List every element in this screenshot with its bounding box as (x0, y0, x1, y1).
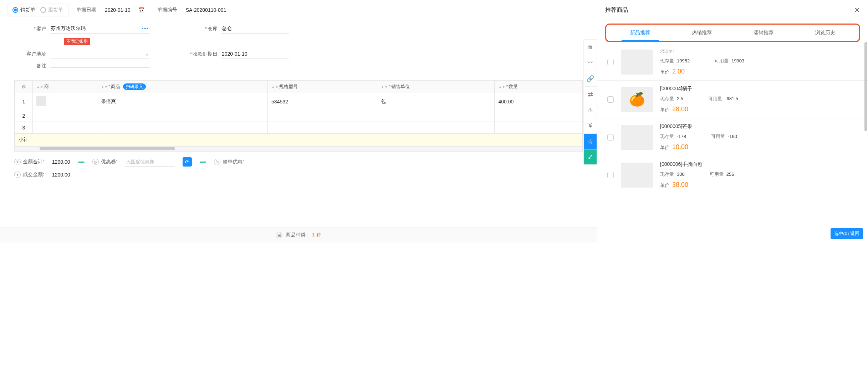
product-name: [0000004]橘子 (660, 86, 858, 92)
box-icon: ▣ (276, 232, 282, 238)
remark-label: 备注 (14, 63, 46, 69)
stock-label: 现存量 (660, 172, 674, 177)
radio-return-label: 退货单 (48, 7, 63, 13)
product-image (621, 50, 653, 75)
product-image (621, 163, 653, 188)
vertical-scrollbar[interactable] (864, 42, 867, 131)
date-value[interactable]: 2020-01-10 (105, 7, 131, 13)
coupon-label: 优惠券: (101, 159, 117, 165)
warn-icon[interactable]: ⚠ (583, 102, 597, 118)
customer-label: 客户 (36, 26, 46, 31)
price-value: 10.00 (672, 143, 688, 150)
checkbox[interactable] (607, 96, 614, 103)
hand-icon: ✦ (14, 172, 21, 178)
calendar-icon[interactable]: 📅 (138, 7, 144, 13)
checkbox[interactable] (607, 59, 614, 65)
col-unit[interactable]: ▲▼*销售单位 (377, 81, 495, 93)
warehouse-field[interactable]: 总仓 (221, 24, 289, 34)
col-qty[interactable]: ▲▼*数量 (495, 81, 582, 93)
chart-icon[interactable]: 〰 (583, 55, 597, 71)
table-row[interactable]: 2 (15, 110, 582, 122)
recommend-tab[interactable]: 新品推荐 (609, 26, 671, 40)
price-value: 2.00 (672, 68, 685, 75)
product-name: [0000005]芒果 (660, 123, 858, 130)
no-label: 单据编号 (157, 7, 177, 13)
remark-field[interactable] (50, 65, 150, 68)
expand-icon[interactable]: ⤢ (583, 149, 597, 165)
discount-icon: % (214, 159, 220, 165)
product-row[interactable]: [0000005]芒果 现存量-178 可用量-190 单价10.00 (597, 118, 868, 156)
coupon-input[interactable]: 无匹配优惠券 (125, 158, 175, 167)
horizontal-scrollbar[interactable] (14, 147, 583, 152)
address-field[interactable]: ⌄ (50, 50, 150, 58)
product-name: 250ml (660, 48, 858, 54)
avail-label: 可用量 (710, 172, 724, 177)
orderdisc-label: 整单优惠: (223, 159, 244, 165)
doc-type-tabs[interactable]: 销货单 退货单 (7, 4, 68, 16)
duedate-label: 收款到期日 (193, 51, 218, 57)
product-image: 🍊 (621, 87, 653, 112)
warehouse-label: 仓库 (208, 26, 218, 31)
table-row[interactable]: 3 (15, 122, 582, 134)
recommend-tab[interactable]: 热销推荐 (671, 26, 732, 40)
kinds-value: 1 种 (312, 232, 321, 237)
col-img[interactable]: ▲▼商 (33, 81, 97, 93)
table-row[interactable]: 1果倍爽534532包400.00 (15, 93, 582, 110)
document-icon[interactable]: 🗎 (583, 39, 597, 55)
avail-value: 19903 (731, 58, 744, 63)
selected-return-button[interactable]: 选中(0) 返回 (831, 228, 863, 239)
product-row[interactable]: 250ml 现存量19952 可用量19903 单价2.00 (597, 44, 868, 81)
star-icon[interactable]: ☆ (583, 133, 597, 149)
duedate-field[interactable]: 2020-01-10 (221, 50, 289, 58)
price-label: 单价 (660, 145, 669, 150)
price-label: 单价 (660, 107, 669, 112)
fixed-period-tag: 不固定账期 (64, 38, 90, 45)
radio-sale[interactable]: 销货单 (12, 7, 35, 13)
exchange-icon[interactable]: ⇄ (583, 86, 597, 102)
refresh-button[interactable]: ⟳ (183, 157, 192, 167)
subtotal-label: 小计 (15, 134, 582, 146)
avail-value: -681.5 (725, 96, 738, 101)
warehouse-value: 总仓 (222, 25, 232, 32)
col-spec[interactable]: ▲▼规格型号 (268, 81, 377, 93)
col-name[interactable]: ▲▼*商品扫码录入 (97, 81, 268, 93)
date-label: 单据日期 (76, 7, 96, 13)
stock-value: 2.5 (677, 96, 683, 101)
checkbox[interactable] (607, 172, 614, 178)
more-icon[interactable]: ••• (142, 26, 149, 31)
avail-label: 可用量 (715, 58, 729, 63)
stock-value: -178 (677, 134, 686, 139)
customer-field[interactable]: 苏州万达沃尔玛 ••• (50, 24, 150, 34)
customer-value: 苏州万达沃尔玛 (51, 25, 86, 32)
radio-icon (40, 7, 46, 13)
panel-title: 推荐商品 (605, 6, 628, 14)
recommend-tab[interactable]: 浏览历史 (795, 26, 856, 40)
stock-value: 300 (677, 172, 685, 177)
product-row[interactable]: 🍊 [0000004]橘子 现存量2.5 可用量-681.5 单价28.00 (597, 81, 868, 118)
scan-button[interactable]: 扫码录入 (123, 83, 146, 90)
avail-label: 可用量 (708, 96, 722, 101)
final-label: 成交金额: (23, 172, 44, 178)
product-row[interactable]: [0000006]手撕面包 现存量300 可用量256 单价38.00 (597, 156, 868, 194)
product-thumb-icon (36, 96, 46, 106)
product-name: [0000006]手撕面包 (660, 161, 858, 168)
yen-icon[interactable]: ¥ (583, 118, 597, 133)
price-value: 28.00 (672, 106, 688, 113)
avail-value: 256 (726, 172, 734, 177)
dash-icon (78, 162, 85, 163)
yen-icon: ¥ (14, 159, 21, 165)
amount-value: 1200.00 (52, 159, 70, 165)
chevron-down-icon[interactable]: ⌄ (145, 51, 149, 57)
link-icon[interactable]: 🔗 (583, 71, 597, 86)
price-label: 单价 (660, 183, 669, 188)
checkbox[interactable] (607, 134, 614, 141)
avail-value: -190 (728, 134, 737, 139)
close-icon[interactable]: ✕ (854, 6, 860, 14)
bottom-summary: ▣ 商品种类 : 1 种 (0, 227, 597, 243)
kinds-label: 商品种类 : (286, 232, 308, 237)
radio-return[interactable]: 退货单 (40, 7, 63, 13)
gear-icon: ⚙ (22, 84, 26, 90)
col-gear[interactable]: ⚙ (15, 81, 33, 93)
recommend-tab[interactable]: 滞销推荐 (733, 26, 795, 40)
radio-icon (12, 7, 18, 13)
